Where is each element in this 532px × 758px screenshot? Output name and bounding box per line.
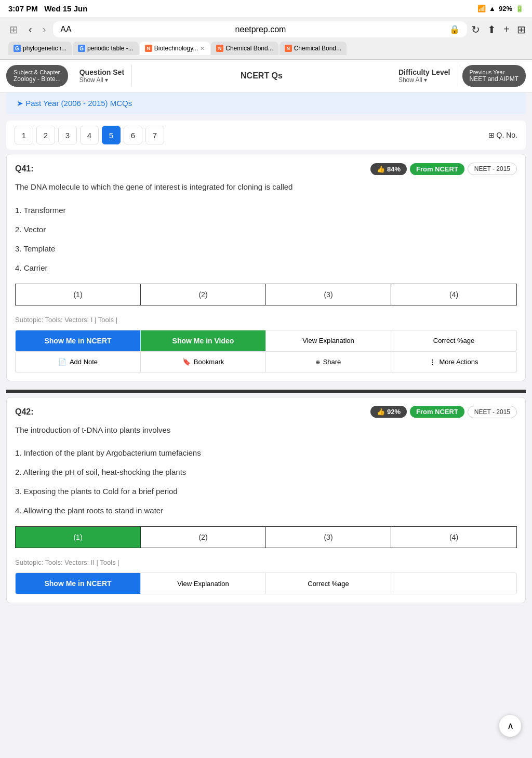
pagination-bar: 1 2 3 4 5 6 7 ⊞ Q. No. — [6, 121, 526, 150]
page-7[interactable]: 7 — [145, 126, 164, 144]
q41-option-1[interactable]: 1. Transformer — [15, 201, 517, 220]
q42-option-2[interactable]: 2. Altering the pH of soil, heat-shockin… — [15, 462, 517, 482]
q41-view-explanation-button[interactable]: View Explanation — [266, 330, 391, 351]
qno-button[interactable]: ⊞ Q. No. — [488, 131, 517, 139]
q42-option-3[interactable]: 3. Exposing the plants to Cold for a bri… — [15, 482, 517, 501]
past-year-text: Past Year (2006 - 2015) MCQs — [25, 99, 132, 108]
chevron-down-icon: ▾ — [105, 76, 108, 84]
status-time-date: 3:07 PM Wed 15 Jun — [8, 4, 87, 13]
question-set-label: Question Set — [79, 68, 124, 76]
q42-answer-1[interactable]: (1) — [16, 527, 141, 548]
tab-label-2: periodic table -... — [87, 45, 134, 52]
signal-icon: ▲ — [489, 5, 496, 12]
page-6[interactable]: 6 — [124, 126, 142, 144]
q42-show-ncert-button[interactable]: Show Me in NCERT — [16, 573, 141, 594]
q41-number: Q41: — [15, 164, 34, 174]
q42-option-1[interactable]: 1. Infection of the plant by Argobacteri… — [15, 443, 517, 462]
battery-indicator: 92% — [499, 5, 512, 12]
q41-share-button[interactable]: ⎈ Share — [266, 352, 391, 372]
subject-chapter-value: Zoology - Biote... — [14, 75, 61, 83]
q41-answer-4[interactable]: (4) — [391, 284, 516, 305]
past-year-banner[interactable]: ➤ Past Year (2006 - 2015) MCQs — [6, 92, 526, 114]
q41-option-2[interactable]: 2. Vector — [15, 220, 517, 239]
neetprep-favicon-2: N — [216, 45, 223, 52]
bookmark-icon: 🔖 — [182, 358, 191, 366]
q41-option-4[interactable]: 4. Carrier — [15, 258, 517, 277]
page-2[interactable]: 2 — [36, 126, 55, 144]
q41-subtopic: Subtopic: Tools: Vectors: I | Tools | — [15, 312, 517, 328]
q42-action-row: Show Me in NCERT View Explanation Correc… — [15, 573, 517, 594]
q41-header: Q41: 👍 84% From NCERT NEET - 2015 — [15, 163, 517, 175]
q42-answer-4[interactable]: (4) — [391, 527, 516, 548]
back-button[interactable]: ‹ — [25, 22, 35, 36]
more-actions-icon: ⋮ — [429, 358, 436, 366]
font-size-button[interactable]: AA — [60, 25, 71, 34]
tab-close-button[interactable]: ✕ — [200, 45, 205, 52]
page-number-list: 1 2 3 4 5 6 7 — [15, 126, 164, 144]
q41-ncert-badge: From NCERT — [410, 163, 464, 175]
q42-like-badge: 👍 92% — [370, 406, 407, 418]
q41-bookmark-button[interactable]: 🔖 Bookmark — [141, 352, 266, 372]
q41-answer-3[interactable]: (3) — [266, 284, 391, 305]
tabs-overview-button[interactable]: ⊞ — [517, 23, 526, 36]
share-button[interactable]: ⬆ — [487, 23, 496, 36]
q42-badges: 👍 92% From NCERT NEET - 2015 — [370, 406, 517, 418]
url-display: neetprep.com — [76, 25, 446, 34]
thumbs-up-icon-2: 👍 — [377, 408, 385, 416]
q41-text: The DNA molecule to which the gene of in… — [15, 181, 517, 193]
tab-label-5: Chemical Bond... — [294, 45, 341, 52]
q41-answer-1[interactable]: (1) — [16, 284, 141, 305]
page-5[interactable]: 5 — [102, 126, 121, 144]
question-card-41: Q41: 👍 84% From NCERT NEET - 2015 The DN… — [6, 154, 526, 381]
browser-tabs-bar: G phylogenetic r... G periodic table -..… — [6, 42, 526, 55]
q41-action-row-1: Show Me in NCERT Show Me in Video View E… — [15, 330, 517, 352]
reload-button[interactable]: ↻ — [471, 23, 480, 36]
previous-year-value: NEET and AIPMT — [470, 75, 518, 83]
page-4[interactable]: 4 — [80, 126, 99, 144]
question-set-filter[interactable]: Question Set Show All ▾ — [72, 65, 132, 87]
question-card-42: Q42: 👍 92% From NCERT NEET - 2015 The in… — [6, 397, 526, 604]
q42-option-4[interactable]: 4. Allowing the plant roots to stand in … — [15, 501, 517, 520]
sidebar-toggle-button[interactable]: ⊞ — [6, 22, 21, 37]
status-icons: 📶 ▲ 92% 🔋 — [477, 5, 524, 12]
q42-header: Q42: 👍 92% From NCERT NEET - 2015 — [15, 406, 517, 418]
page-3[interactable]: 3 — [58, 126, 77, 144]
q41-answer-2[interactable]: (2) — [141, 284, 266, 305]
difficulty-filter[interactable]: Difficulty Level Show All ▾ — [391, 65, 458, 87]
tab-phylogenetic[interactable]: G phylogenetic r... — [8, 42, 72, 55]
status-bar: 3:07 PM Wed 15 Jun 📶 ▲ 92% 🔋 — [0, 0, 532, 17]
q41-add-note-button[interactable]: 📄 Add Note — [16, 352, 141, 372]
q42-correct-page-button[interactable]: Correct %age — [266, 573, 391, 594]
q41-more-actions-button[interactable]: ⋮ More Actions — [391, 352, 516, 372]
q42-number: Q42: — [15, 407, 34, 417]
subject-chapter-filter[interactable]: Subject & Chapter Zoology - Biote... — [6, 65, 68, 87]
q41-like-badge: 👍 84% — [370, 163, 407, 175]
forward-button[interactable]: › — [39, 22, 49, 36]
tab-biotechnology[interactable]: N Biotechnology... ✕ — [140, 42, 210, 55]
page-1[interactable]: 1 — [15, 126, 33, 144]
tab-chemical-bond-1[interactable]: N Chemical Bond... — [211, 42, 278, 55]
browser-action-buttons: ↻ ⬆ + ⊞ — [471, 23, 526, 36]
google-favicon-2: G — [78, 45, 85, 52]
q41-correct-page-button[interactable]: Correct %age — [391, 330, 516, 351]
filter-bar: Subject & Chapter Zoology - Biote... Que… — [0, 60, 532, 92]
q41-show-ncert-button[interactable]: Show Me in NCERT — [16, 330, 141, 351]
q42-neet-badge: NEET - 2015 — [468, 406, 517, 418]
tab-periodic[interactable]: G periodic table -... — [73, 42, 139, 55]
q42-answer-3[interactable]: (3) — [266, 527, 391, 548]
address-bar[interactable]: AA neetprep.com 🔒 — [53, 21, 467, 37]
q42-ncert-badge: From NCERT — [410, 406, 464, 418]
previous-year-filter[interactable]: Previous Year NEET and AIPMT — [462, 65, 526, 87]
q42-view-explanation-button[interactable]: View Explanation — [141, 573, 266, 594]
difficulty-label: Difficulty Level — [398, 68, 450, 76]
q41-show-video-button[interactable]: Show Me in Video — [141, 330, 266, 351]
q42-placeholder — [391, 573, 516, 594]
q42-answer-2[interactable]: (2) — [141, 527, 266, 548]
tab-chemical-bond-2[interactable]: N Chemical Bond... — [280, 42, 347, 55]
add-tab-button[interactable]: + — [503, 23, 510, 35]
thumbs-up-icon: 👍 — [377, 165, 385, 173]
add-note-icon: 📄 — [58, 358, 66, 366]
neetprep-favicon-3: N — [285, 45, 292, 52]
q41-option-3[interactable]: 3. Template — [15, 239, 517, 258]
google-favicon-1: G — [14, 45, 21, 52]
